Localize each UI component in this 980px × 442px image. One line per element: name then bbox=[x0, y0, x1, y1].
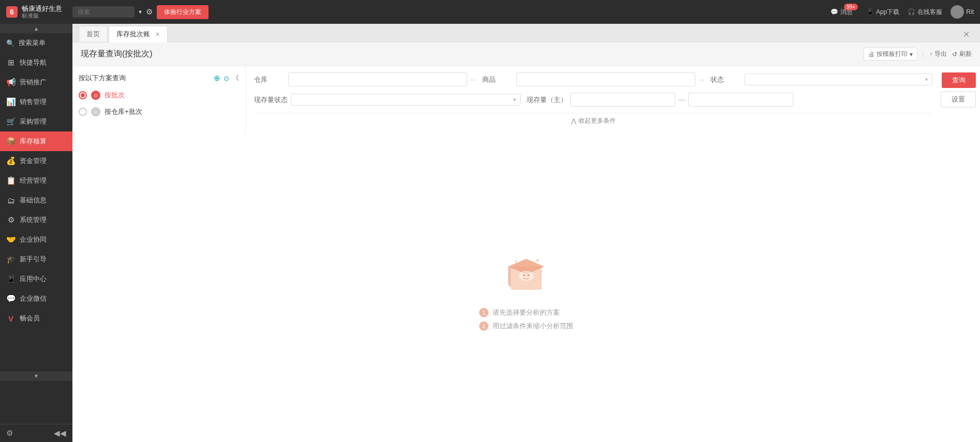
stock-status-label: 现存量状态 bbox=[254, 95, 288, 105]
svg-point-3 bbox=[519, 271, 533, 281]
sidebar-toggle-icon[interactable]: ◀◀ bbox=[54, 429, 66, 438]
sidebar-item-search[interactable]: 🔍 搜索菜单 bbox=[0, 33, 72, 53]
empty-hints: 1 请先选择要分析的方案 2 用过滤条件来缩小分析范围 bbox=[479, 308, 573, 331]
sidebar-item-sales[interactable]: 📊 销售管理 bbox=[0, 92, 72, 112]
sidebar-scroll-up[interactable]: ▲ bbox=[0, 24, 72, 33]
quick-nav-icon: ⊞ bbox=[6, 58, 16, 67]
system-icon: ⚙ bbox=[6, 215, 16, 225]
filter-row-2: 现存量状态 ▾ 现存量（主） — bbox=[254, 93, 932, 107]
sales-icon: 📊 bbox=[6, 97, 16, 107]
topbar-right: 💬 消息 99+ 📱 App下载 🎧 在线客服 Rit bbox=[830, 5, 974, 19]
filter-content: 按以下方案查询 ⊕ ⊙ 《 ⊙ 按批次 bbox=[72, 66, 980, 442]
content-area: 首页 库存批次账 ✕ ✕ 现存量查询(按批次) 🖨 按模板打印 ▾ bbox=[72, 24, 980, 442]
status-label: 状态 bbox=[710, 75, 741, 84]
sidebar-item-wechat[interactable]: 💬 企业微信 bbox=[0, 289, 72, 308]
search-icon: 🔍 bbox=[6, 39, 14, 47]
sidebar-scroll-down[interactable]: ▼ bbox=[0, 372, 72, 381]
stock-status-select[interactable]: ▾ bbox=[291, 94, 521, 106]
tab-home[interactable]: 首页 bbox=[79, 26, 108, 42]
sidebar-item-system[interactable]: ⚙ 系统管理 bbox=[0, 210, 72, 230]
app-title: 畅康通好生意 bbox=[22, 5, 62, 13]
hint-num-2: 2 bbox=[479, 321, 488, 331]
empty-hint-1: 1 请先选择要分析的方案 bbox=[479, 308, 573, 317]
app-subtitle: 标准版 bbox=[22, 12, 62, 19]
marketing-icon: 📢 bbox=[6, 78, 16, 87]
stock-qty-field: 现存量（主） — bbox=[527, 93, 793, 107]
sidebar-item-quick-nav[interactable]: ⊞ 快捷导航 bbox=[0, 53, 72, 72]
sidebar-item-marketing[interactable]: 📢 营销推广 bbox=[0, 72, 72, 92]
settings-icon[interactable]: ⚙ bbox=[146, 7, 153, 17]
page-title: 现存量查询(按批次) bbox=[81, 49, 153, 60]
range-dash: — bbox=[678, 96, 685, 104]
experience-btn[interactable]: 体验行业方案 bbox=[157, 5, 209, 19]
refresh-icon: ↺ bbox=[952, 51, 957, 58]
warehouse-label: 仓库 bbox=[254, 75, 285, 84]
stock-qty-max[interactable] bbox=[688, 93, 793, 107]
results-area: 1 请先选择要分析的方案 2 用过滤条件来缩小分析范围 bbox=[72, 135, 980, 442]
sidebar-item-purchase[interactable]: 🛒 采购管理 bbox=[0, 112, 72, 131]
export-btn[interactable]: ↑ 导出 bbox=[929, 50, 947, 58]
empty-hint-2: 2 用过滤条件来缩小分析范围 bbox=[479, 321, 573, 331]
filter-sidebar-header: 按以下方案查询 ⊕ ⊙ 《 bbox=[72, 71, 245, 87]
app-download-btn[interactable]: 📱 App下载 bbox=[866, 8, 899, 17]
svg-marker-2 bbox=[508, 267, 511, 287]
page-header: 现存量查询(按批次) 🖨 按模板打印 ▾ | ↑ 导出 ↺ 刷新 bbox=[72, 42, 980, 66]
sidebar-item-cooperation[interactable]: 🤝 企业协同 bbox=[0, 230, 72, 249]
search-dropdown-btn[interactable]: ▾ bbox=[139, 8, 142, 16]
print-btn[interactable]: 🖨 按模板打印 ▾ bbox=[864, 48, 917, 61]
phone-icon: 📱 bbox=[866, 8, 874, 16]
add-scheme-icon[interactable]: ⊕ bbox=[214, 73, 220, 83]
main-layout: ▲ 🔍 搜索菜单 ⊞ 快捷导航 📢 营销推广 📊 销售管理 🛒 采购管理 📦 库… bbox=[0, 24, 980, 442]
search-input[interactable] bbox=[72, 6, 135, 18]
printer-icon: 🖨 bbox=[868, 51, 874, 58]
sidebar-item-inventory[interactable]: 📦 库存核算 bbox=[0, 131, 72, 151]
stock-qty-min[interactable] bbox=[570, 93, 675, 107]
purchase-icon: 🛒 bbox=[6, 117, 16, 126]
scheme-option-warehouse-batch[interactable]: ⊙ 按仓库+批次 bbox=[72, 104, 245, 120]
page-header-actions: 🖨 按模板打印 ▾ | ↑ 导出 ↺ 刷新 bbox=[864, 48, 972, 61]
status-select[interactable]: ▾ bbox=[745, 73, 932, 85]
scheme-option-batch[interactable]: ⊙ 按批次 bbox=[72, 87, 245, 104]
messages-badge: 99+ bbox=[844, 4, 858, 10]
sidebar-item-member[interactable]: V 畅会员 bbox=[0, 308, 72, 328]
action-buttons: 查询 设置 bbox=[941, 66, 980, 135]
goods-input[interactable] bbox=[516, 72, 695, 86]
sidebar-item-operations[interactable]: 📋 经营管理 bbox=[0, 171, 72, 190]
topbar-center: ▾ ⚙ 体验行业方案 bbox=[62, 5, 830, 19]
filter-fields: 仓库 ··· 商品 ··· 状态 bbox=[246, 66, 941, 135]
filter-sidebar-actions: ⊕ ⊙ 《 bbox=[214, 73, 239, 83]
topbar: 6 畅康通好生意 标准版 ▾ ⚙ 体验行业方案 💬 消息 99+ 📱 App下载… bbox=[0, 0, 980, 24]
query-btn[interactable]: 查询 bbox=[942, 72, 976, 88]
sidebar-settings-icon[interactable]: ⚙ bbox=[6, 429, 13, 438]
warehouse-input[interactable] bbox=[288, 72, 467, 86]
messages-btn[interactable]: 💬 消息 99+ bbox=[830, 8, 853, 17]
sidebar-item-app-center[interactable]: 📱 应用中心 bbox=[0, 269, 72, 289]
sidebar-item-finance[interactable]: 💰 资金管理 bbox=[0, 151, 72, 171]
cooperation-icon: 🤝 bbox=[6, 235, 16, 244]
settings-btn[interactable]: 设置 bbox=[941, 91, 976, 108]
tab-close-btn[interactable]: ✕ bbox=[155, 31, 160, 37]
tab-inventory-batch[interactable]: 库存批次账 ✕ bbox=[109, 26, 168, 42]
panel-close-btn[interactable]: ✕ bbox=[963, 30, 970, 39]
collapse-icon: ⋀ bbox=[571, 117, 576, 125]
svg-point-7 bbox=[537, 259, 539, 262]
empty-state: 1 请先选择要分析的方案 2 用过滤条件来缩小分析范围 bbox=[72, 204, 980, 372]
refresh-btn[interactable]: ↺ 刷新 bbox=[952, 50, 972, 58]
stock-qty-range: — bbox=[570, 93, 793, 107]
page-area: 现存量查询(按批次) 🖨 按模板打印 ▾ | ↑ 导出 ↺ 刷新 bbox=[72, 42, 980, 442]
collapse-more-btn[interactable]: ⋀ 收起更多条件 bbox=[254, 113, 932, 128]
sidebar-item-basic-info[interactable]: 🗂 基础信息 bbox=[0, 190, 72, 210]
app-center-icon: 📱 bbox=[6, 274, 16, 284]
svg-point-6 bbox=[515, 260, 517, 262]
stock-status-field: 现存量状态 ▾ bbox=[254, 94, 521, 106]
goods-more-btn[interactable]: ··· bbox=[699, 76, 704, 83]
scheme-settings-icon[interactable]: ⊙ bbox=[224, 75, 229, 82]
online-service-btn[interactable]: 🎧 在线客服 bbox=[908, 8, 942, 17]
avatar bbox=[951, 5, 964, 19]
user-avatar-btn[interactable]: Rit bbox=[951, 5, 974, 19]
warehouse-more-btn[interactable]: ··· bbox=[470, 76, 476, 83]
collapse-scheme-icon[interactable]: 《 bbox=[232, 73, 239, 83]
sidebar-item-guide[interactable]: 🎓 新手引导 bbox=[0, 249, 72, 269]
finance-icon: 💰 bbox=[6, 156, 16, 166]
tab-bar: 首页 库存批次账 ✕ ✕ bbox=[72, 24, 980, 42]
